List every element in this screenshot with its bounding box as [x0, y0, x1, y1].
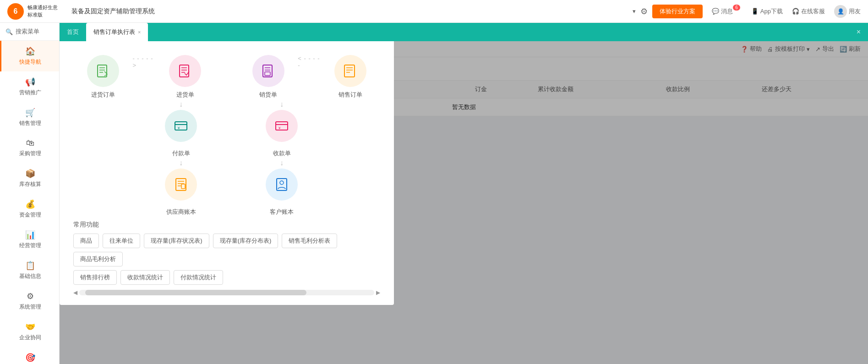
flow-item-purchase-receipt[interactable]: 进货单: [156, 55, 215, 99]
system-title: 装备及固定资产辅助管理系统: [71, 7, 633, 16]
page-wrapper: ❓ 帮助 🖨 按模板打印 ▾ ↗ 导出 🔄 刷新: [60, 41, 868, 364]
system-dropdown[interactable]: ▾: [633, 8, 636, 15]
box-icon: 📦: [25, 168, 35, 179]
func-buttons-row1: 商品 往来单位 现存量(库存状况表) 现存量(库存分布表) 销售毛利分析表 商品…: [73, 234, 380, 266]
arrow-down-sales: ↓: [280, 99, 284, 110]
func-btn-payment-stats[interactable]: 付款情况统计: [174, 270, 223, 285]
sidebar: 🔍 搜索菜单 🏠 快捷导航 📢 营销推广 🛒 销售管理 🛍 采购管理 📦 库存核…: [0, 23, 60, 364]
user-action[interactable]: 👤 用友: [834, 5, 861, 18]
flow-label-purchase-order: 进货订单: [91, 91, 115, 99]
arrow-down-supplier: ↓: [179, 158, 183, 168]
sidebar-item-newbie[interactable]: 🎯 新手引导: [0, 347, 59, 364]
flow-item-sales-invoice[interactable]: 销货单: [239, 55, 298, 99]
sidebar-item-operations[interactable]: 📊 经营管理: [0, 224, 59, 255]
quick-guide-panel: 进货订单 - - - - - >: [60, 41, 394, 305]
flow-label-sales-invoice: 销货单: [259, 91, 277, 99]
func-btn-inventory-dist[interactable]: 现存量(库存分布表): [213, 234, 278, 248]
func-btn-product-margin[interactable]: 商品毛利分析: [73, 252, 123, 266]
tabs-bar: 首页 销售订单执行表 × ×: [60, 23, 868, 41]
svg-rect-11: [265, 72, 270, 76]
scrollbar-container: ◀ ▶: [73, 289, 380, 296]
top-header: 6 畅康通好生意 标准版 装备及固定资产辅助管理系统 ▾ ⚙ 体验行业方案 💬 …: [0, 0, 868, 23]
scrollbar-thumb: [85, 290, 306, 295]
sidebar-item-enterprise[interactable]: 🤝 企业协同: [0, 316, 59, 347]
sidebar-item-quick-nav[interactable]: 🏠 快捷导航: [0, 41, 59, 71]
flow-circle-purchase-receipt: [169, 55, 201, 87]
flow-label-purchase-receipt: 进货单: [176, 91, 194, 99]
flow-circle-customer-ledger[interactable]: [266, 168, 298, 201]
flow-label-sales-order-item: 销售订单: [338, 91, 362, 99]
megaphone-icon: 📢: [25, 77, 35, 87]
sidebar-item-sales[interactable]: 🛒 销售管理: [0, 102, 59, 133]
common-functions-title: 常用功能: [73, 221, 380, 229]
message-badge: 6: [733, 5, 740, 11]
tab-close-icon[interactable]: ×: [138, 29, 141, 35]
func-btn-product[interactable]: 商品: [73, 234, 99, 248]
header-right: 💬 消息 6 📱 App下载 🎧 在线客服 👤 用友: [712, 5, 861, 18]
online-service-action[interactable]: 🎧 在线客服: [792, 7, 825, 16]
cart-icon: 🛒: [25, 108, 35, 118]
avatar: 👤: [834, 5, 847, 18]
logo-icon: 6: [7, 3, 24, 20]
sidebar-item-marketing[interactable]: 📢 营销推广: [0, 71, 59, 102]
func-buttons-row2: 销售排行榜 收款情况统计 付款情况统计: [73, 270, 380, 285]
svg-rect-16: [175, 122, 187, 130]
func-btn-contact[interactable]: 往来单位: [103, 234, 140, 248]
scroll-left-icon[interactable]: ◀: [73, 289, 77, 296]
svg-text:¥: ¥: [278, 126, 281, 130]
flow-circle-supplier-ledger[interactable]: [165, 168, 197, 201]
sidebar-item-purchase[interactable]: 🛍 采购管理: [0, 133, 59, 163]
svg-rect-12: [344, 65, 355, 77]
handshake-icon: 🤝: [25, 322, 35, 332]
gear-icon: ⚙: [27, 291, 34, 301]
trial-button[interactable]: 体验行业方案: [652, 5, 703, 18]
sidebar-item-system[interactable]: ⚙ 系统管理: [0, 286, 59, 316]
sidebar-item-finance[interactable]: 💰 资金管理: [0, 194, 59, 224]
message-action[interactable]: 💬 消息 6: [712, 7, 742, 16]
flow-item-sales-order-item[interactable]: 销售订单: [321, 55, 380, 99]
tab-home[interactable]: 首页: [60, 23, 86, 41]
settings-button[interactable]: ⚙: [640, 6, 648, 16]
func-btn-sales-ranking[interactable]: 销售排行榜: [73, 270, 117, 285]
message-icon: 💬: [712, 8, 719, 15]
svg-rect-8: [263, 65, 272, 77]
func-btn-sales-margin[interactable]: 销售毛利分析表: [282, 234, 337, 248]
target-icon: 🎯: [25, 353, 35, 363]
svg-rect-4: [180, 65, 189, 77]
sidebar-item-inventory[interactable]: 📦 库存核算: [0, 163, 59, 194]
flow-circle-sales-invoice: [252, 55, 284, 87]
main-layout: 🔍 搜索菜单 🏠 快捷导航 📢 营销推广 🛒 销售管理 🛍 采购管理 📦 库存核…: [0, 23, 868, 364]
arrow-down-purchase: ↓: [179, 99, 183, 110]
flow-label-customer-ledger: 客户账本: [270, 208, 294, 216]
svg-text:¥: ¥: [177, 126, 180, 130]
flow-label-receipt: 收款单: [273, 149, 291, 158]
search-icon: 🔍: [5, 28, 13, 35]
flow-circle-payment[interactable]: ¥: [165, 110, 197, 142]
flow-circle-receipt[interactable]: ¥: [266, 110, 298, 142]
svg-rect-26: [181, 184, 185, 189]
func-btn-receipt-stats[interactable]: 收款情况统计: [120, 270, 170, 285]
scroll-right-icon[interactable]: ▶: [376, 289, 380, 296]
flow-label-payment: 付款单: [172, 149, 190, 158]
scrollbar-track[interactable]: [79, 290, 374, 295]
logo-text: 畅康通好生意 标准版: [27, 4, 58, 18]
quick-guide-overlay: 进货订单 - - - - - >: [60, 41, 868, 364]
clipboard-icon: 📋: [25, 261, 35, 271]
search-menu[interactable]: 🔍 搜索菜单: [0, 23, 59, 41]
home-icon: 🏠: [25, 46, 35, 56]
arrow-down-customer: ↓: [280, 158, 284, 168]
flow-circle-sales-order-item: [334, 55, 366, 87]
window-close-icon[interactable]: ×: [857, 28, 861, 36]
flow-item-purchase-order[interactable]: 进货订单: [73, 55, 132, 99]
tab-sales-order[interactable]: 销售订单执行表 ×: [86, 23, 148, 41]
svg-rect-19: [276, 122, 288, 130]
sidebar-item-basic-info[interactable]: 📋 基础信息: [0, 255, 59, 286]
content-area: 首页 销售订单执行表 × × ❓ 帮助 🖨 按模板打印 ▾: [60, 23, 868, 364]
money-icon: 💰: [25, 199, 35, 209]
func-btn-inventory-status[interactable]: 现存量(库存状况表): [144, 234, 209, 248]
logo-area: 6 畅康通好生意 标准版: [7, 3, 67, 20]
phone-icon: 📱: [751, 8, 759, 15]
bag-icon: 🛍: [26, 138, 34, 148]
common-functions: 常用功能 商品 往来单位 现存量(库存状况表) 现存量(库存分布表) 销售毛利分…: [73, 221, 380, 285]
app-download-action[interactable]: 📱 App下载: [751, 7, 783, 16]
